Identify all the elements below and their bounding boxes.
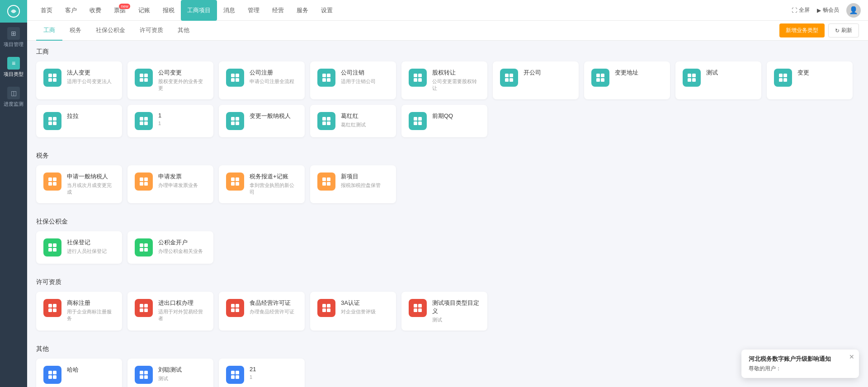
cards-grid-shuiwu-section: 申请一般纳税人当月或次月成变更完成 申请发票办理申请发票业务 税务报道+记账拿到… [36,165,859,203]
svg-rect-18 [418,74,422,77]
card-x2[interactable]: 进出口权办理适用于对外贸易经营者 [127,292,213,331]
svg-rect-12 [236,78,239,82]
topnav-item-service[interactable]: 服务 [290,0,315,21]
tab-xuke[interactable]: 许可资质 [132,21,170,41]
card-x4[interactable]: 3A认证对企业信誉评级 [310,292,396,331]
topnav-item-manage[interactable]: 管理 [241,0,266,21]
card-icon-s2 [135,238,153,256]
card-c1[interactable]: 法人变更适用于公司变更法人 [36,61,122,99]
card-icon-t4 [317,173,335,191]
card-info-c7: 变更地址 [615,69,663,78]
fullscreen-button[interactable]: ⛶ 全屏 [792,6,810,14]
refresh-button[interactable]: ↻ 刷新 [828,23,859,37]
svg-rect-79 [140,248,143,252]
svg-rect-73 [48,243,52,247]
content-area: 工商税务社保公积金许可资质其他 新增业务类型 ↻ 刷新 工商 法人变更适用于公司… [27,21,868,387]
topnav-item-invoice[interactable]: 票据new [108,0,132,21]
topnav-item-operation[interactable]: 经营 [266,0,290,21]
card-title-c4: 公司注销 [341,69,389,77]
card-x3[interactable]: 食品经营许可证办理食品经营许可证 [219,292,305,331]
card-o3[interactable]: 211 [219,359,305,387]
card-title-c11: 1 [158,112,206,119]
tab-gongshang[interactable]: 工商 [36,21,62,41]
vip-button[interactable]: ▶ 畅会员 [817,6,839,14]
svg-rect-17 [414,74,417,77]
topnav-item-home[interactable]: 首页 [34,0,59,21]
card-c3[interactable]: 公司注册申请公司注册全流程 [219,61,305,99]
card-desc-c13: 葛红红测试 [341,121,389,128]
add-business-type-button[interactable]: 新增业务类型 [779,23,825,37]
topnav-item-account[interactable]: 记账 [132,0,156,21]
tab-other[interactable]: 其他 [170,21,197,41]
vip-label: 畅会员 [823,6,839,14]
card-c9[interactable]: 变更 [767,61,853,99]
svg-rect-26 [601,74,604,77]
card-c6[interactable]: 开公司 [493,61,579,99]
card-title-x4: 3A认证 [341,299,389,307]
svg-rect-10 [236,74,239,77]
card-desc-t2: 办理申请发票业务 [158,182,206,189]
topnav-item-industrial[interactable]: 工商项目 [181,0,217,21]
notification-title: 河北税务数字账户升级影响通知 [749,355,852,363]
card-info-x1: 商标注册用于企业商标注册服务 [67,299,115,322]
card-c13[interactable]: 葛红红葛红红测试 [310,105,396,137]
card-title-c9: 变更 [797,69,845,77]
card-c5[interactable]: 股权转让公司变更需要股权转让 [401,61,487,99]
card-o2[interactable]: 刘聪测试测试 [127,359,213,387]
card-icon-c11 [135,112,153,130]
card-c12[interactable]: 变更一般纳税人 [219,105,305,137]
card-c2[interactable]: 公司变更股权变更外的业务变更 [127,61,213,99]
card-info-c9: 变更 [797,69,845,78]
tab-shebao[interactable]: 社保公积金 [89,21,132,41]
sidebar-item-project-type[interactable]: ≡ 项目类型 [0,52,27,82]
card-icon-c5 [409,69,427,87]
card-t4[interactable]: 新项目报税加税控盘保管 [310,165,396,203]
card-info-c5: 股权转让公司变更需要股权转让 [432,69,480,92]
svg-rect-46 [236,117,239,121]
topnav-item-client[interactable]: 客户 [59,0,83,21]
sidebar: ⊞ 项目管理 ≡ 项目类型 ◫ 进度监测 [0,0,27,387]
card-c4[interactable]: 公司注销适用于注销公司 [310,61,396,99]
topnav-item-tax[interactable]: 报税 [156,0,181,21]
card-icon-x5 [409,299,427,317]
card-c11[interactable]: 11 [127,105,213,137]
progress-monitor-icon: ◫ [7,87,20,99]
svg-rect-27 [596,78,600,82]
card-x1[interactable]: 商标注册用于企业商标注册服务 [36,292,122,331]
card-info-c13: 葛红红葛红红测试 [341,112,389,128]
card-c7[interactable]: 变更地址 [584,61,670,99]
svg-rect-111 [231,375,235,379]
topnav-item-message[interactable]: 消息 [217,0,241,21]
card-c8[interactable]: 测试 [675,61,761,99]
card-info-c6: 开公司 [524,69,571,78]
svg-rect-76 [53,248,57,252]
cards-grid-xuke-section: 商标注册用于企业商标注册服务 进出口权办理适用于对外贸易经营者 食品经营许可证办… [36,292,859,331]
card-info-x2: 进出口权办理适用于对外贸易经营者 [158,299,206,322]
section-title-shebao-section: 社保公积金 [36,218,859,226]
card-o1[interactable]: 哈哈 [36,359,122,387]
topnav-item-billing[interactable]: 收费 [83,0,108,21]
svg-rect-112 [236,375,239,379]
project-manage-icon: ⊞ [7,27,20,40]
topnav-item-settings[interactable]: 设置 [315,0,339,21]
card-t1[interactable]: 申请一般纳税人当月或次月成变更完成 [36,165,122,203]
card-x5[interactable]: 测试项目类型目定义测试 [401,292,487,331]
sidebar-item-progress-monitor[interactable]: ◫ 进度监测 [0,82,27,112]
tab-shuiwu[interactable]: 税务 [62,21,89,41]
card-icon-c7 [591,69,609,87]
avatar[interactable]: 👤 [846,3,861,18]
tabs-bar-actions: 新增业务类型 ↻ 刷新 [779,23,859,37]
card-icon-s1 [43,238,61,256]
card-title-c13: 葛红红 [341,112,389,120]
card-s2[interactable]: 公积金开户办理公积金相关业务 [127,231,213,264]
sidebar-item-project-manage[interactable]: ⊞ 项目管理 [0,23,27,52]
card-title-x2: 进出口权办理 [158,299,206,307]
card-title-s1: 社保登记 [67,238,115,247]
card-icon-t1 [43,173,61,191]
notification-close[interactable]: ✕ [849,353,854,360]
card-t3[interactable]: 税务报道+记账拿到营业执照的新公司 [219,165,305,203]
card-c10[interactable]: 拉拉 [36,105,122,137]
card-c14[interactable]: 前期QQ [401,105,487,137]
card-s1[interactable]: 社保登记进行人员社保登记 [36,231,122,264]
card-t2[interactable]: 申请发票办理申请发票业务 [127,165,213,203]
